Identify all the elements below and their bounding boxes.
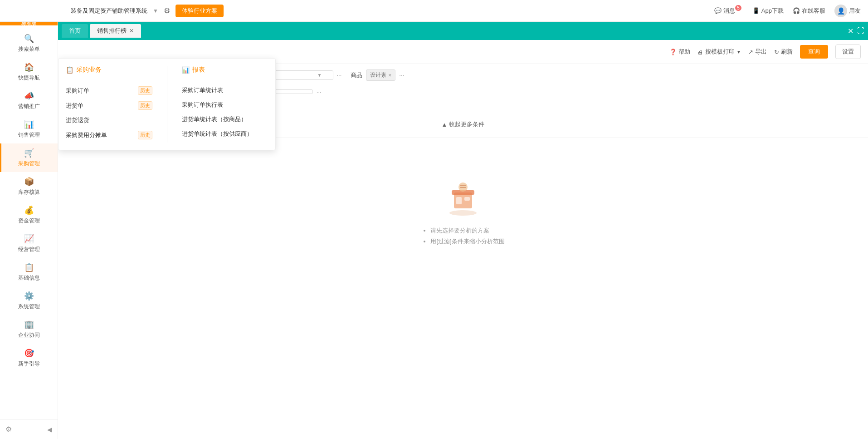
user-group[interactable]: 👤 用友 bbox=[834, 5, 861, 17]
nav-label: 搜索菜单 bbox=[18, 45, 40, 53]
sidebar-collapse-icon[interactable]: ◀ bbox=[47, 426, 52, 433]
marketing-icon: 📣 bbox=[24, 91, 34, 101]
nav-label: 采购管理 bbox=[18, 160, 40, 168]
svg-rect-3 bbox=[456, 197, 462, 204]
top-bar-right: 💬 消息 5 📱 App下载 🎧 在线客服 👤 用友 bbox=[714, 5, 861, 17]
industry-btn[interactable]: 体验行业方案 bbox=[176, 5, 224, 17]
menu-item-label: 采购订单 bbox=[66, 87, 89, 95]
online-service-group[interactable]: 🎧 在线客服 bbox=[793, 7, 825, 15]
svg-point-0 bbox=[449, 210, 477, 216]
tab-close-all-icon[interactable]: ✕ bbox=[848, 27, 853, 35]
query-btn[interactable]: 查询 bbox=[800, 45, 828, 59]
salesman-more[interactable]: ··· bbox=[317, 89, 322, 95]
menu-item-label: 采购费用分摊单 bbox=[66, 131, 107, 139]
sidebar-item-guide[interactable]: 🎯 新手引导 bbox=[0, 344, 58, 372]
sidebar-item-purchase[interactable]: 🛒 采购管理 bbox=[0, 143, 58, 172]
empty-svg bbox=[440, 174, 486, 220]
sales-icon: 📊 bbox=[24, 119, 34, 129]
nav-label: 营销推广 bbox=[18, 103, 40, 110]
user-avatar: 👤 bbox=[834, 5, 847, 17]
report-col-title: 📊 报表 bbox=[182, 66, 268, 78]
message-label: 消息 bbox=[723, 7, 735, 15]
sidebar-item-base-info[interactable]: 📋 基础信息 bbox=[0, 258, 58, 286]
nav-label: 基础信息 bbox=[18, 274, 40, 282]
purchase-col-icon: 📋 bbox=[66, 66, 73, 74]
menu-item-label: 进货单 bbox=[66, 102, 83, 110]
sidebar: 🔶 畅捷通好生意 标准版 🔍 搜索菜单 🏠 快捷导航 📣 营销推广 📊 销售管理… bbox=[0, 0, 58, 439]
purchase-dropdown-menu: 📋 采购业务 采购订单 历史 进货单 历史 进货退货 采购费用分摊单 历史 bbox=[58, 58, 276, 150]
finance-icon: 💰 bbox=[24, 205, 34, 215]
goods-more[interactable]: ··· bbox=[399, 72, 404, 79]
menu-item-expense[interactable]: 采购费用分摊单 历史 bbox=[66, 128, 152, 143]
refresh-btn[interactable]: ↻ 刷新 bbox=[774, 48, 793, 56]
tab-maximize-icon[interactable]: ⛶ bbox=[857, 27, 864, 35]
menu-item-inbound-by-supplier[interactable]: 进货单统计表（按供应商） bbox=[182, 127, 268, 141]
operations-icon: 📈 bbox=[24, 234, 34, 244]
menu-item-label: 进货单统计表（按供应商） bbox=[182, 130, 253, 138]
app-download-label: App下载 bbox=[761, 7, 784, 15]
purchase-col: 📋 采购业务 采购订单 历史 进货单 历史 进货退货 采购费用分摊单 历史 bbox=[66, 66, 152, 143]
bell-icon: 💬 bbox=[714, 7, 722, 14]
menu-item-stock-in[interactable]: 进货单 历史 bbox=[66, 98, 152, 113]
goods-filter: 商品 设计素 × ··· bbox=[351, 69, 404, 81]
menu-item-inbound-by-goods[interactable]: 进货单统计表（按商品） bbox=[182, 112, 268, 127]
user-name: 用友 bbox=[849, 7, 861, 15]
report-col-icon: 📊 bbox=[182, 66, 190, 74]
tab-home-label: 首页 bbox=[69, 27, 81, 35]
tab-home[interactable]: 首页 bbox=[62, 24, 88, 38]
sidebar-item-enterprise[interactable]: 🏢 企业协同 bbox=[0, 315, 58, 344]
print-btn[interactable]: 🖨 按模板打印 ▼ bbox=[697, 48, 741, 56]
message-badge: 5 bbox=[735, 5, 741, 11]
message-group[interactable]: 💬 消息 5 bbox=[714, 7, 743, 15]
chevron-down-icon[interactable]: ▼ bbox=[153, 8, 158, 14]
empty-state: 请先选择要分析的方案 用[过滤]条件来缩小分析范围 bbox=[58, 138, 868, 282]
refresh-icon: ↻ bbox=[774, 49, 779, 55]
sidebar-item-marketing[interactable]: 📣 营销推广 bbox=[0, 86, 58, 115]
settings-icon[interactable]: ⚙ bbox=[164, 6, 170, 15]
doc-status-chevron: ▼ bbox=[317, 73, 322, 78]
nav-label: 系统管理 bbox=[18, 303, 40, 311]
history-tag: 历史 bbox=[138, 86, 152, 95]
sidebar-item-sales[interactable]: 📊 销售管理 bbox=[0, 115, 58, 143]
main-wrapper: 首页 销售排行榜 ✕ ✕ ⛶ 📋 采购业务 采购订单 历史 bbox=[58, 22, 868, 439]
headset-icon: 🎧 bbox=[793, 7, 800, 14]
report-col-label: 报表 bbox=[192, 66, 205, 74]
menu-item-label: 采购订单统计表 bbox=[182, 86, 223, 94]
empty-tips: 请先选择要分析的方案 用[过滤]条件来缩小分析范围 bbox=[421, 227, 504, 246]
purchase-col-label: 采购业务 bbox=[76, 66, 102, 74]
sidebar-item-operations[interactable]: 📈 经营管理 bbox=[0, 229, 58, 258]
goods-tag-label: 设计素 bbox=[370, 71, 386, 79]
app-download-group[interactable]: 📱 App下载 bbox=[752, 7, 784, 15]
print-icon: 🖨 bbox=[697, 49, 703, 55]
sidebar-item-inventory[interactable]: 📦 库存核算 bbox=[0, 172, 58, 201]
sidebar-item-quick-nav[interactable]: 🏠 快捷导航 bbox=[0, 58, 58, 86]
nav-label: 快捷导航 bbox=[18, 74, 40, 82]
nav-label: 经营管理 bbox=[18, 246, 40, 253]
menu-item-purchase-order[interactable]: 采购订单 历史 bbox=[66, 83, 152, 98]
nav-label: 资金管理 bbox=[18, 217, 40, 225]
goods-tag-remove[interactable]: × bbox=[388, 72, 391, 79]
menu-item-return[interactable]: 进货退货 bbox=[66, 113, 152, 128]
sidebar-item-finance[interactable]: 💰 资金管理 bbox=[0, 201, 58, 229]
doc-status-more[interactable]: ··· bbox=[337, 72, 342, 79]
export-label: 导出 bbox=[755, 48, 767, 56]
sidebar-nav: 🔍 搜索菜单 🏠 快捷导航 📣 营销推广 📊 销售管理 🛒 采购管理 📦 库存核… bbox=[0, 25, 58, 419]
export-btn[interactable]: ↗ 导出 bbox=[748, 48, 767, 56]
tab-sales-ranking[interactable]: 销售排行榜 ✕ bbox=[90, 24, 141, 38]
sidebar-bottom: ⚙ ◀ bbox=[0, 419, 58, 439]
settings-btn[interactable]: 设置 bbox=[835, 44, 861, 59]
help-btn[interactable]: ❓ 帮助 bbox=[669, 48, 690, 56]
sidebar-item-search[interactable]: 🔍 搜索菜单 bbox=[0, 29, 58, 58]
tab-close-icon[interactable]: ✕ bbox=[129, 28, 134, 34]
top-bar-left: 装备及固定资产辅助管理系统 ▼ ⚙ 体验行业方案 bbox=[7, 5, 714, 17]
menu-item-po-stats[interactable]: 采购订单统计表 bbox=[182, 83, 268, 98]
history-tag: 历史 bbox=[138, 101, 152, 110]
report-col: 📊 报表 采购订单统计表 采购订单执行表 进货单统计表（按商品） 进货单统计表（… bbox=[182, 66, 268, 143]
system-title: 装备及固定资产辅助管理系统 bbox=[71, 7, 147, 15]
sidebar-item-system[interactable]: ⚙️ 系统管理 bbox=[0, 286, 58, 315]
svg-rect-4 bbox=[464, 197, 470, 201]
help-icon: ❓ bbox=[669, 49, 677, 55]
sidebar-settings-icon[interactable]: ⚙ bbox=[5, 425, 12, 434]
menu-item-po-exec[interactable]: 采购订单执行表 bbox=[182, 98, 268, 112]
guide-icon: 🎯 bbox=[24, 348, 34, 358]
